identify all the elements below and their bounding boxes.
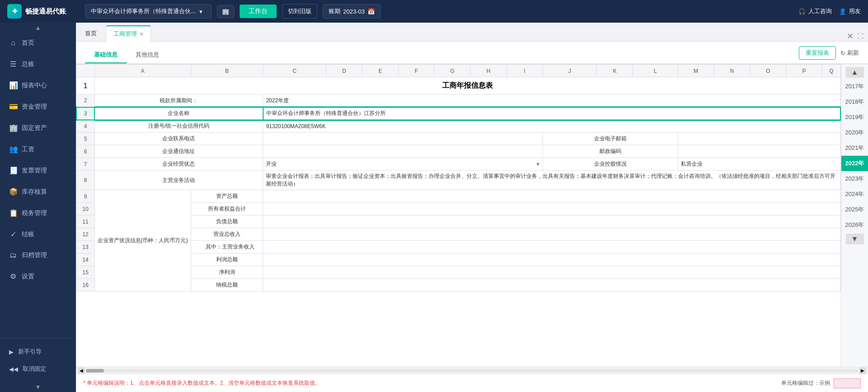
year-item-2020[interactable]: 2020年 (841, 125, 868, 140)
profit-total-value[interactable] (263, 253, 840, 266)
tab-home[interactable]: 首页 (76, 26, 106, 41)
workbench-button[interactable]: 工作台 (240, 5, 277, 18)
old-version-button[interactable]: 切到旧版 (282, 4, 317, 19)
year-item-2021[interactable]: 2021年 (841, 140, 868, 156)
spreadsheet-table: A B C D E F G H I J K L (76, 64, 841, 292)
status-value[interactable]: 开业 ▼ (263, 158, 542, 171)
phone-value[interactable] (263, 133, 542, 145)
sidebar-item-home[interactable]: ⌂ 首页 (0, 33, 76, 53)
settings-icon: ⚙ (9, 272, 17, 281)
postcode-value[interactable] (678, 145, 840, 158)
sidebar-scroll-up[interactable]: ▲ (0, 23, 76, 33)
col-header-m: M (678, 65, 714, 77)
unpin-icon: ◀◀ (9, 366, 18, 373)
company-select[interactable]: 中审众环会计师事务所（特殊普通合伙... ▾ (85, 4, 212, 19)
net-profit-value[interactable] (263, 266, 840, 279)
business-value[interactable]: 审查企业会计报表；出具审计报告；验证企业资本；出具验资报告；办理企业合并、分立、… (263, 171, 840, 190)
calendar-icon[interactable]: 📅 (368, 8, 375, 15)
sidebar-item-guide[interactable]: ▶ 新手引导 (0, 343, 76, 360)
sidebar-item-archive[interactable]: 🗂 归档管理 (0, 245, 76, 266)
sidebar-scroll-down[interactable]: ▼ (0, 382, 76, 392)
row9-a: 企业资产状况信息(币种：人民币万元) (94, 190, 191, 292)
company-name-label: 企业名称 (94, 107, 263, 120)
sidebar-item-tax[interactable]: 📋 税务管理 (0, 202, 76, 224)
refresh-button[interactable]: ↻ 刷新 (840, 49, 859, 57)
bottom-right: 单元格编辑过：示例 (781, 378, 861, 388)
tab-close-icon[interactable]: × (140, 30, 143, 38)
year-item-2018[interactable]: 2018年 (841, 94, 868, 110)
year-item-2023[interactable]: 2023年 (841, 171, 868, 186)
row-num-13: 13 (76, 241, 94, 253)
cell-edited-label: 单元格编辑过：示例 (781, 379, 830, 387)
main-revenue-value[interactable] (263, 241, 840, 253)
sidebar-item-ledger[interactable]: ☰ 总账 (0, 53, 76, 75)
table-row: 9 企业资产状况信息(币种：人民币万元) 资产总额 (76, 190, 840, 203)
sidebar-item-finance[interactable]: 💳 资金管理 (0, 96, 76, 117)
year-panel: ▲ 2017年 2018年 2019年 2020年 2021年 2022年 20… (841, 64, 868, 367)
corner-header (76, 65, 94, 77)
equity-value[interactable] (263, 203, 840, 215)
tax-total-value[interactable] (263, 279, 840, 292)
reg-no-value[interactable]: 91320100MA208E5W6K (263, 120, 840, 133)
scroll-left-btn[interactable]: ◀ (78, 368, 85, 374)
scroll-track[interactable] (86, 369, 858, 373)
service-label: 人工咨询 (808, 7, 832, 15)
service-item[interactable]: 🎧 人工咨询 (798, 7, 832, 15)
table-row: 10 所有者权益合计 (76, 203, 840, 215)
holding-value[interactable]: 私营企业 (678, 158, 840, 171)
sidebar-item-invoice[interactable]: 🧾 发票管理 (0, 160, 76, 181)
sheet-inner[interactable]: A B C D E F G H I J K L (76, 64, 841, 367)
sidebar-item-inventory[interactable]: 📦 库存核算 (0, 181, 76, 202)
table-row: 16 纳税总额 (76, 279, 840, 292)
table-row: 7 企业经营状态 开业 ▼ 企业控股情况 私营企业 (76, 158, 840, 171)
col-header-i: I (506, 65, 542, 77)
year-item-2024[interactable]: 2024年 (841, 186, 868, 202)
reg-no-label: 注册号/统一社会信用代码 (94, 120, 263, 133)
sub-tab-basic[interactable]: 基础信息 (85, 47, 127, 63)
email-value[interactable] (678, 133, 840, 145)
company-name-value[interactable]: 中审众环会计师事务所（特殊普通合伙）江苏分所 (263, 107, 840, 120)
inventory-icon: 📦 (9, 187, 17, 196)
row-num-2: 2 (76, 95, 94, 107)
period-value-cell[interactable]: 2022年度 (263, 95, 840, 107)
year-scroll-up-btn[interactable]: ▲ (846, 67, 864, 78)
user-item[interactable]: 👤 用友 (839, 7, 861, 15)
user-label: 用友 (849, 7, 861, 15)
scroll-right-btn[interactable]: ▶ (859, 368, 866, 374)
expand-icon[interactable]: ⛶ (857, 33, 863, 40)
status-dropdown-icon: ▼ (535, 161, 541, 167)
year-scroll-down-btn[interactable]: ▼ (846, 234, 864, 244)
year-item-2026[interactable]: 2026年 (841, 217, 868, 233)
address-value[interactable] (263, 145, 542, 158)
company-icon-btn[interactable]: 🏢 (217, 5, 234, 18)
company-name: 中审众环会计师事务所（特殊普通合伙... (91, 7, 196, 15)
year-item-2019[interactable]: 2019年 (841, 110, 868, 125)
sidebar-label-assets: 固定资产 (22, 124, 47, 132)
sidebar-item-settings[interactable]: ⚙ 设置 (0, 266, 76, 287)
table-row: 5 企业联系电话 企业电子邮箱 (76, 133, 840, 145)
sidebar-item-close[interactable]: ✓ 结账 (0, 224, 76, 245)
sub-tab-other[interactable]: 其他信息 (127, 47, 168, 63)
title-cell[interactable]: 工商年报信息表 (94, 77, 840, 95)
liabilities-label: 负债总额 (191, 215, 263, 228)
year-item-2017[interactable]: 2017年 (841, 79, 868, 94)
status-label: 企业经营状态 (94, 158, 263, 171)
year-item-2025[interactable]: 2025年 (841, 202, 868, 217)
close-panel-icon[interactable]: ✕ (847, 31, 854, 41)
sidebar-item-reports[interactable]: 📊 报表中心 (0, 75, 76, 96)
logo-text: 畅捷通易代账 (25, 7, 66, 16)
year-item-2022[interactable]: 2022年 (841, 156, 868, 171)
sidebar-label-close: 结账 (22, 230, 34, 239)
table-row: 13 其中：主营业务收入 (76, 241, 840, 253)
reset-report-button[interactable]: 重置报表 (799, 46, 836, 60)
assets-value[interactable] (263, 190, 840, 203)
sidebar-item-salary[interactable]: 👥 工资 (0, 139, 76, 160)
year-panel-controls: ▲ (841, 66, 868, 79)
sidebar-label-reports: 报表中心 (22, 81, 47, 90)
period-label-cell: 税款所属期间： (94, 95, 263, 107)
tab-commerce[interactable]: 工商管理 × (106, 25, 151, 42)
revenue-total-value[interactable] (263, 228, 840, 241)
sidebar-item-assets[interactable]: 🏢 固定资产 (0, 117, 76, 139)
liabilities-value[interactable] (263, 215, 840, 228)
sidebar-item-unpin[interactable]: ◀◀ 取消固定 (0, 360, 76, 378)
